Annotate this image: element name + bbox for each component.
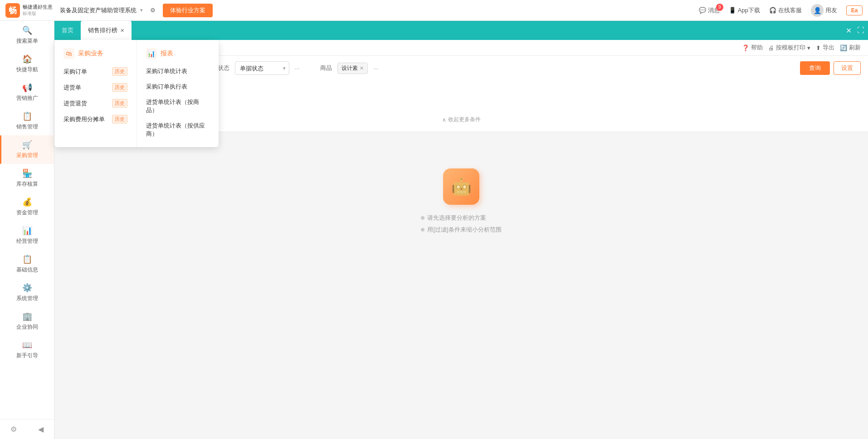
dropdown-item-po-label: 采购订单	[63, 68, 87, 76]
template-print-btn[interactable]: 🖨 按模板打印 ▾	[768, 44, 810, 52]
report-col-header: 📊 报表	[137, 45, 219, 64]
refresh-btn[interactable]: 🔄 刷新	[840, 44, 861, 52]
sidebar-label-system: 系统管理	[16, 295, 38, 302]
settings-icon[interactable]: ⚙	[146, 4, 159, 17]
goods-tag: 设计素 ✕	[337, 63, 368, 74]
user-avatar: 👤	[811, 4, 824, 17]
app-download-button[interactable]: 📱 App下载	[729, 6, 760, 15]
app-download-label: App下载	[738, 6, 760, 15]
dropdown-item-po-exec-label: 采购订单执行表	[146, 83, 187, 91]
sidebar-label-basic-info: 基础信息	[16, 266, 38, 274]
sidebar-item-system[interactable]: ⚙️ 系统管理	[0, 278, 54, 307]
sidebar-collapse-btn[interactable]: ◀	[38, 425, 44, 434]
sidebar-label-search: 搜索菜单	[16, 37, 38, 45]
export-label: 导出	[823, 44, 834, 52]
enterprise-icon: 🏢	[22, 311, 32, 321]
goods-dots[interactable]: ···	[373, 65, 378, 72]
sidebar-item-enterprise[interactable]: 🏢 企业协同	[0, 307, 54, 335]
collapse-icon: ∧	[442, 117, 446, 123]
tab-home[interactable]: 首页	[54, 21, 81, 40]
receipt-history-badge: 历史	[112, 83, 127, 92]
query-button[interactable]: 查询	[800, 61, 830, 75]
logo-title: 畅捷通好生意	[23, 4, 53, 10]
sales-icon: 📋	[22, 111, 32, 121]
industry-button[interactable]: 体验行业方案	[163, 4, 213, 17]
sidebar-settings-btn[interactable]: ⚙	[10, 425, 17, 434]
refresh-label: 刷新	[849, 44, 861, 52]
dropdown-item-expense[interactable]: 采购费用分摊单 历史	[54, 111, 137, 127]
tab-close-all-btn[interactable]: ✕	[846, 26, 852, 35]
tab-close-icon[interactable]: ✕	[120, 28, 124, 34]
sidebar-item-sales[interactable]: 📋 销售管理	[0, 107, 54, 135]
doc-status-select-wrap: 单据状态	[235, 61, 289, 75]
empty-robot-icon	[443, 168, 479, 205]
marketing-icon: 📢	[22, 83, 32, 93]
top-bar-middle: 装备及固定资产辅助管理系统 ▾ ⚙ 体验行业方案	[60, 4, 699, 17]
empty-state: 请先选择要分析的方案 用[过滤]条件来缩小分析范围	[54, 132, 868, 272]
export-icon: ⬆	[816, 44, 821, 51]
goods-tag-text: 设计素	[341, 64, 358, 72]
dropdown-item-receipt[interactable]: 进货单 历史	[54, 79, 137, 95]
dropdown-item-receipt-by-supplier[interactable]: 进货单统计表（按供应商）	[137, 118, 219, 142]
dropdown-item-receipt-by-goods-label: 进货单统计表（按商品）	[146, 98, 210, 114]
purchase-col-header: 🛍 采购业务	[54, 45, 137, 64]
dropdown-item-po[interactable]: 采购订单 历史	[54, 64, 137, 79]
dropdown-item-return[interactable]: 进货退货 历史	[54, 95, 137, 111]
help-icon: ❓	[742, 44, 749, 51]
system-name-arrow[interactable]: ▾	[140, 7, 143, 13]
help-btn[interactable]: ❓ 帮助	[742, 44, 763, 52]
sidebar: 🔍 搜索菜单 🏠 快捷导航 📢 营销推广 📋 销售管理 🛒 采购管理 🏪 库存核…	[0, 21, 54, 439]
sidebar-item-finance[interactable]: 💰 资金管理	[0, 192, 54, 221]
sidebar-item-search[interactable]: 🔍 搜索菜单	[0, 21, 54, 49]
logo-icon: 畅	[5, 3, 20, 18]
search-icon: 🔍	[22, 25, 32, 35]
dropdown-item-receipt-by-goods[interactable]: 进货单统计表（按商品）	[137, 94, 219, 118]
online-service-button[interactable]: 🎧 在线客服	[769, 6, 802, 15]
set-button[interactable]: 设置	[834, 61, 861, 75]
purchase-icon: 🛒	[22, 140, 32, 150]
empty-text: 请先选择要分析的方案 用[过滤]条件来缩小分析范围	[421, 212, 501, 236]
help-label: 帮助	[751, 44, 763, 52]
dropdown-item-po-stat[interactable]: 采购订单统计表	[137, 64, 219, 79]
doc-status-select[interactable]: 单据状态	[235, 61, 289, 75]
report-header-label: 报表	[161, 49, 173, 58]
report-header-icon: 📊	[146, 48, 157, 59]
purchase-dropdown-menu: 🛍 采购业务 采购订单 历史 进货单 历史 进货退货 历史 采购费用分摊单 历史…	[54, 40, 219, 147]
sidebar-item-inventory[interactable]: 🏪 库存核算	[0, 164, 54, 192]
doc-status-dots[interactable]: ···	[295, 65, 300, 72]
logo-area: 畅 畅捷通好生意 标准版	[5, 3, 60, 18]
ea-badge[interactable]: Ea	[846, 5, 863, 15]
system-name[interactable]: 装备及固定资产辅助管理系统	[60, 6, 137, 15]
sidebar-item-quick-nav[interactable]: 🏠 快捷导航	[0, 49, 54, 78]
goods-filter-label: 商品	[305, 64, 332, 72]
filter-actions: 查询 设置	[800, 61, 861, 75]
sidebar-item-basic-info[interactable]: 📋 基础信息	[0, 250, 54, 278]
return-history-badge: 历史	[112, 99, 127, 108]
po-history-badge: 历史	[112, 67, 127, 76]
sidebar-label-finance: 资金管理	[16, 209, 38, 217]
export-btn[interactable]: ⬆ 导出	[816, 44, 834, 52]
empty-hint-1-text: 请先选择要分析的方案	[427, 212, 486, 224]
sidebar-item-operations[interactable]: 📊 经营管理	[0, 221, 54, 250]
tab-fullscreen-btn[interactable]: ⛶	[857, 26, 864, 35]
sidebar-item-purchase[interactable]: 🛒 采购管理	[0, 135, 54, 164]
empty-hint-1: 请先选择要分析的方案	[421, 212, 501, 224]
tab-bar-actions: ✕ ⛶	[846, 26, 864, 35]
dropdown-item-receipt-by-supplier-label: 进货单统计表（按供应商）	[146, 122, 210, 138]
tab-sales-rank-label: 销售排行榜	[88, 26, 117, 35]
empty-dot-2	[421, 228, 424, 232]
phone-icon: 📱	[729, 7, 736, 14]
sidebar-item-marketing[interactable]: 📢 营销推广	[0, 78, 54, 107]
sidebar-label-inventory: 库存核算	[16, 180, 38, 188]
sidebar-bottom: ⚙ ◀	[0, 419, 54, 439]
messages-button[interactable]: 💬 消息 9	[699, 6, 720, 15]
goods-tag-close[interactable]: ✕	[360, 65, 364, 71]
home-icon: 🏠	[22, 54, 32, 64]
tab-sales-rank[interactable]: 销售排行榜 ✕	[81, 21, 132, 40]
dropdown-item-po-exec[interactable]: 采购订单执行表	[137, 79, 219, 94]
sidebar-item-guide[interactable]: 📖 新手引导	[0, 335, 54, 364]
print-icon: 🖨	[768, 44, 774, 51]
purchase-header-label: 采购业务	[78, 49, 103, 58]
tab-home-label: 首页	[62, 26, 73, 35]
user-area[interactable]: 👤 用友	[811, 4, 837, 17]
